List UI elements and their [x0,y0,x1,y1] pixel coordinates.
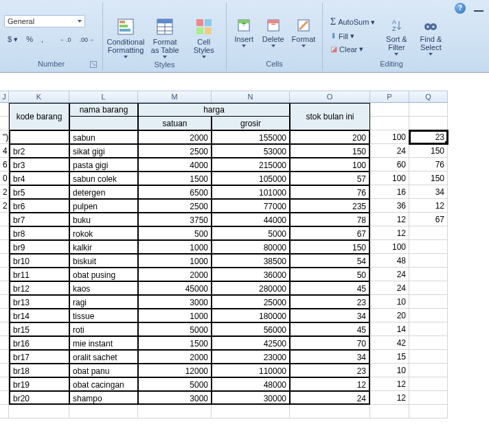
cell-nama[interactable]: pulpen [69,199,138,213]
cell-nama[interactable]: obat panu [69,364,138,377]
cell[interactable] [0,117,9,130]
cell-q[interactable]: 76 [409,158,448,172]
cell-p[interactable]: 12 [370,213,409,226]
cell-p[interactable]: 24 [370,281,409,295]
cell-q[interactable]: 150 [409,172,448,185]
cell-styles-button[interactable]: Cell Styles [186,15,223,60]
cell-j[interactable] [0,295,9,309]
column-header-J[interactable]: J [0,91,9,103]
cell-q[interactable] [409,295,448,309]
cell-grosir[interactable]: 101000 [212,185,290,199]
cell-stok[interactable]: 67 [290,226,370,240]
cell-q[interactable] [409,309,448,322]
cell-nama[interactable]: kalkir [69,240,138,254]
cell-q[interactable] [409,391,448,405]
cell-stok[interactable]: 23 [290,295,370,309]
delete-button[interactable]: − Delete [260,15,286,49]
cell-q[interactable]: 67 [409,213,448,226]
cell[interactable] [138,405,212,418]
cell-satuan[interactable]: 2000 [138,130,212,144]
header-satuan[interactable]: satuan [138,117,212,130]
cell-p[interactable]: 12 [370,391,409,405]
cell-kode[interactable]: br20 [9,391,69,405]
cell-nama[interactable]: sabun colek [69,172,138,185]
column-header-M[interactable]: M [138,91,212,103]
cell-nama[interactable]: mie instant [69,336,138,350]
cell-j[interactable] [0,240,9,254]
cell-p[interactable]: 60 [370,158,409,172]
cell-q[interactable] [409,322,448,336]
header-nama[interactable]: nama barang [69,103,138,117]
cell-q[interactable] [409,336,448,350]
cell-nama[interactable]: sabun [69,130,138,144]
cell-satuan[interactable]: 3000 [138,295,212,309]
cell-grosir[interactable]: 25000 [212,295,290,309]
cell-kode[interactable]: br7 [9,213,69,226]
cell-kode[interactable]: br17 [9,350,69,364]
fill-button[interactable]: ⬇Fill ▾ [328,30,377,42]
cell-p[interactable]: 100 [370,130,409,144]
cell-satuan[interactable]: 1500 [138,336,212,350]
comma-button[interactable]: , [38,33,47,46]
worksheet[interactable]: JKLMNOPQ kode barangnama baranghargasatu… [0,91,489,418]
cell-q[interactable] [409,240,448,254]
cell-stok[interactable]: 34 [290,309,370,322]
cell-kode[interactable] [9,130,69,144]
cell-stok[interactable]: 45 [290,322,370,336]
cell[interactable] [9,405,69,418]
cell-j[interactable]: 2 [0,185,9,199]
cell-stok[interactable]: 50 [290,268,370,281]
cell-kode[interactable]: br14 [9,309,69,322]
cell-satuan[interactable]: 12000 [138,364,212,377]
cell-kode[interactable]: br11 [9,268,69,281]
cell-j[interactable]: 2 [0,199,9,213]
cell-p[interactable]: 10 [370,364,409,377]
cell-grosir[interactable]: 180000 [212,309,290,322]
sort-filter-button[interactable]: AZ Sort & Filter [381,15,411,58]
cell-kode[interactable]: br18 [9,364,69,377]
cell[interactable] [409,117,448,130]
cell-kode[interactable]: br13 [9,295,69,309]
cell-satuan[interactable]: 3750 [138,213,212,226]
cell-j[interactable] [0,377,9,391]
dialog-launcher-icon[interactable]: ↘ [90,61,97,68]
cell-stok[interactable]: 200 [290,130,370,144]
cell[interactable] [409,103,448,117]
cell-j[interactable] [0,226,9,240]
cell-satuan[interactable]: 6500 [138,185,212,199]
header-stok[interactable]: stok bulan ini [290,103,370,130]
cell-grosir[interactable]: 36000 [212,268,290,281]
cell-kode[interactable]: br15 [9,322,69,336]
cell-nama[interactable]: pasta gigi [69,158,138,172]
cell-q[interactable] [409,254,448,268]
cell-nama[interactable]: obat cacingan [69,377,138,391]
cell-kode[interactable]: br2 [9,144,69,158]
cell-p[interactable]: 20 [370,309,409,322]
cell-grosir[interactable]: 5000 [212,226,290,240]
cell-stok[interactable]: 150 [290,240,370,254]
cell-stok[interactable]: 12 [290,377,370,391]
cell-grosir[interactable]: 44000 [212,213,290,226]
cell-j[interactable]: ")) [0,130,9,144]
column-header-P[interactable]: P [370,91,409,103]
cell[interactable] [212,405,290,418]
conditional-formatting-button[interactable]: Conditional Formatting [107,15,144,60]
cell-p[interactable]: 15 [370,350,409,364]
cell-j[interactable] [0,364,9,377]
cell-nama[interactable]: sikat gigi [69,144,138,158]
fill-handle[interactable] [445,141,448,144]
cell-grosir[interactable]: 53000 [212,144,290,158]
column-header-L[interactable]: L [69,91,138,103]
cell-satuan[interactable]: 5000 [138,377,212,391]
cell-j[interactable] [0,391,9,405]
format-as-table-button[interactable]: Format as Table [147,15,183,60]
minimize-icon[interactable] [474,10,484,12]
cell-j[interactable]: 4 [0,144,9,158]
cell[interactable] [290,405,370,418]
cell-p[interactable]: 14 [370,322,409,336]
cell-j[interactable]: 0 [0,172,9,185]
decrease-decimal-button[interactable]: .00→ [76,33,98,46]
cell-grosir[interactable]: 105000 [212,172,290,185]
cell-kode[interactable]: br16 [9,336,69,350]
cell-p[interactable]: 12 [370,226,409,240]
